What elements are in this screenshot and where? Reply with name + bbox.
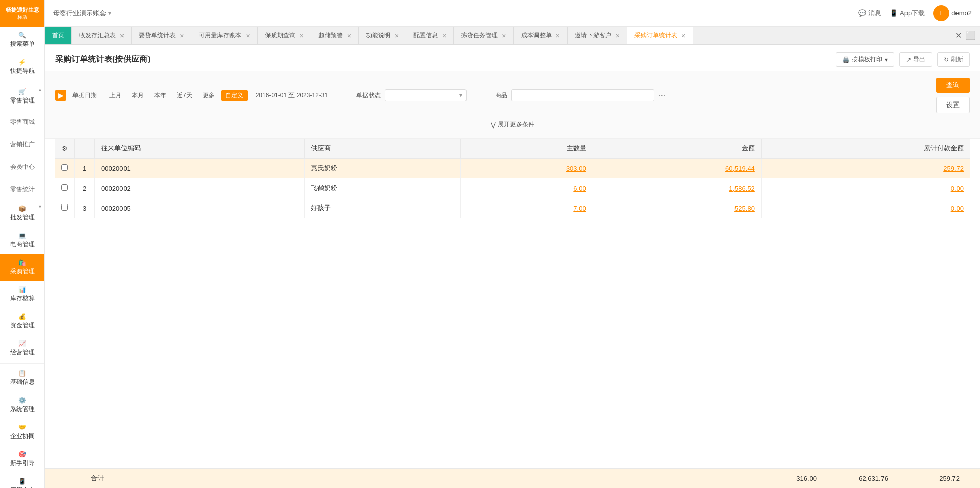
tab-inventory-ledger[interactable]: 可用量库存账本 × bbox=[191, 27, 257, 45]
sidebar-item-inventory[interactable]: 📊 库存核算 bbox=[0, 281, 44, 308]
finance-icon: 💰 bbox=[18, 313, 26, 320]
sidebar-item-system[interactable]: ⚙️ 系统管理 bbox=[0, 392, 44, 419]
table-row[interactable]: 1 00020001 惠氏奶粉 303.00 60,519.44 259.72 bbox=[55, 159, 970, 178]
row-paid[interactable]: 0.00 bbox=[761, 178, 970, 198]
sidebar-item-wholesale[interactable]: 📦 批发管理 ▼ bbox=[0, 200, 44, 227]
tab-validity-query-close[interactable]: × bbox=[300, 32, 304, 40]
sidebar-item-finance[interactable]: 💰 资金管理 bbox=[0, 308, 44, 335]
workspace-name: 母婴行业演示账套 bbox=[53, 9, 106, 18]
table-row[interactable]: 3 00020005 好孩子 7.00 525.80 0.00 bbox=[55, 198, 970, 218]
footer-qty: 316.00 bbox=[796, 475, 847, 482]
row-checkbox[interactable] bbox=[55, 178, 75, 198]
app-download-btn[interactable]: 📱 App下载 bbox=[890, 9, 925, 18]
sidebar-item-retail-stats[interactable]: 零售统计 bbox=[0, 177, 44, 200]
sidebar-item-marketing[interactable]: 营销推广 bbox=[0, 133, 44, 155]
user-avatar: E bbox=[933, 5, 949, 21]
tab-config-info[interactable]: 配置信息 × bbox=[406, 27, 454, 45]
sidebar-item-new-guide-label: 新手引导 bbox=[10, 459, 35, 468]
sidebar-item-enterprise[interactable]: 🤝 企业协同 bbox=[0, 419, 44, 446]
row-paid[interactable]: 0.00 bbox=[761, 198, 970, 218]
tab-goods-stats-label: 要货单统计表 bbox=[139, 31, 176, 40]
tab-config-info-close[interactable]: × bbox=[442, 32, 446, 40]
sidebar-item-member[interactable]: 会员中心 bbox=[0, 155, 44, 177]
tab-picking-task[interactable]: 拣货任务管理 × bbox=[454, 27, 513, 45]
status-select[interactable] bbox=[385, 89, 467, 101]
row-qty[interactable]: 6.00 bbox=[461, 178, 593, 198]
row-amount[interactable]: 525.80 bbox=[593, 198, 761, 218]
user-initial: E bbox=[939, 10, 943, 17]
tab-validity-query-label: 保质期查询 bbox=[265, 31, 296, 40]
date-custom-badge[interactable]: 自定义 bbox=[221, 90, 248, 101]
tab-overstock-alert-label: 超储预警 bbox=[318, 31, 343, 40]
tab-goods-stats[interactable]: 要货单统计表 × bbox=[132, 27, 191, 45]
row-check-input[interactable] bbox=[61, 164, 68, 171]
row-check-input[interactable] bbox=[61, 204, 68, 211]
tab-receive-summary-close[interactable]: × bbox=[120, 32, 124, 40]
workspace-dropdown-icon: ▾ bbox=[108, 10, 111, 17]
sidebar-item-retail-mall-label: 零售商城 bbox=[10, 118, 35, 126]
goods-more-icon[interactable]: ··· bbox=[658, 91, 665, 100]
tabs-bar: 首页 收发存汇总表 × 要货单统计表 × 可用量库存账本 × 保质期查询 × 超… bbox=[45, 27, 980, 45]
tab-validity-query[interactable]: 保质期查询 × bbox=[258, 27, 311, 45]
sidebar-item-search[interactable]: 🔍 搜索菜单 bbox=[0, 27, 44, 54]
date-shortcut-more[interactable]: 更多 bbox=[199, 90, 219, 101]
tab-cost-adjust-close[interactable]: × bbox=[556, 32, 560, 40]
tab-inventory-ledger-close[interactable]: × bbox=[246, 32, 250, 40]
sidebar-item-shortcut[interactable]: ⚡ 快捷导航 bbox=[0, 54, 44, 81]
row-checkbox[interactable] bbox=[55, 198, 75, 218]
settings-icon[interactable]: ⚙ bbox=[62, 145, 68, 152]
tab-purchase-stats[interactable]: 采购订单统计表 × bbox=[627, 27, 693, 45]
sidebar-item-purchase[interactable]: 🛍️ 采购管理 bbox=[0, 254, 44, 281]
wholesale-expand-icon: ▼ bbox=[38, 204, 42, 209]
tab-home[interactable]: 首页 bbox=[45, 27, 72, 45]
tab-picking-task-close[interactable]: × bbox=[502, 32, 506, 40]
row-amount[interactable]: 60,519.44 bbox=[593, 159, 761, 178]
refresh-button[interactable]: ↻ 刷新 bbox=[937, 52, 970, 67]
table-row[interactable]: 2 00020002 飞鹤奶粉 6.00 1,586.52 0.00 bbox=[55, 178, 970, 198]
row-code: 00020002 bbox=[95, 178, 305, 198]
row-qty[interactable]: 303.00 bbox=[461, 159, 593, 178]
sidebar-item-retail-mall[interactable]: 零售商城 bbox=[0, 110, 44, 133]
sidebar-item-retail[interactable]: 🛒 零售管理 ▲ bbox=[0, 83, 44, 110]
print-button[interactable]: 🖨️ 按模板打印 ▾ bbox=[836, 52, 894, 67]
th-paid: 累计付款金额 bbox=[761, 139, 970, 159]
date-shortcut-7days[interactable]: 近7天 bbox=[173, 90, 197, 101]
goods-input[interactable] bbox=[511, 89, 654, 101]
tab-close-all-btn[interactable]: ✕ bbox=[955, 31, 962, 40]
date-shortcut-this-month[interactable]: 本月 bbox=[128, 90, 148, 101]
expand-more-label: 展开更多条件 bbox=[498, 120, 534, 129]
th-code: 往来单位编码 bbox=[95, 139, 305, 159]
page-header: 采购订单统计表(按供应商) 🖨️ 按模板打印 ▾ ↗ 导出 ↻ 刷新 bbox=[45, 45, 980, 71]
row-checkbox[interactable] bbox=[55, 159, 75, 178]
row-check-input[interactable] bbox=[61, 184, 68, 191]
row-qty[interactable]: 7.00 bbox=[461, 198, 593, 218]
sidebar-item-app-center[interactable]: 📱 应用中心 bbox=[0, 473, 44, 488]
sidebar-item-ecommerce[interactable]: 💻 电商管理 bbox=[0, 227, 44, 254]
tab-goods-stats-close[interactable]: × bbox=[180, 32, 184, 40]
tab-overstock-alert-close[interactable]: × bbox=[347, 32, 351, 40]
tab-purchase-stats-close[interactable]: × bbox=[681, 32, 685, 40]
message-btn[interactable]: 💬 消息 bbox=[858, 9, 881, 18]
tab-receive-summary[interactable]: 收发存汇总表 × bbox=[72, 27, 132, 45]
tab-expand-btn[interactable]: ⬜ bbox=[966, 31, 976, 40]
tab-function-desc[interactable]: 功能说明 × bbox=[359, 27, 406, 45]
row-paid[interactable]: 259.72 bbox=[761, 159, 970, 178]
tab-invite-downstream[interactable]: 邀请下游客户 × bbox=[568, 27, 627, 45]
row-amount[interactable]: 1,586.52 bbox=[593, 178, 761, 198]
workspace-selector[interactable]: 母婴行业演示账套 ▾ bbox=[53, 9, 111, 18]
filter-toggle-btn[interactable]: ▶ bbox=[55, 90, 66, 101]
expand-more-btn[interactable]: ⋁ 展开更多条件 bbox=[491, 117, 534, 132]
tab-function-desc-close[interactable]: × bbox=[395, 32, 399, 40]
query-button[interactable]: 查询 bbox=[936, 78, 970, 93]
tab-invite-downstream-close[interactable]: × bbox=[616, 32, 620, 40]
sidebar-item-operation[interactable]: 📈 经营管理 bbox=[0, 335, 44, 362]
tab-cost-adjust[interactable]: 成本调整单 × bbox=[514, 27, 568, 45]
settings-button[interactable]: 设置 bbox=[936, 97, 970, 113]
sidebar-item-new-guide[interactable]: 🎯 新手引导 bbox=[0, 446, 44, 473]
tab-overstock-alert[interactable]: 超储预警 × bbox=[311, 27, 359, 45]
sidebar-item-basic-info[interactable]: 📋 基础信息 bbox=[0, 365, 44, 392]
export-button[interactable]: ↗ 导出 bbox=[899, 52, 932, 67]
date-shortcut-this-year[interactable]: 本年 bbox=[150, 90, 170, 101]
date-shortcut-last-month[interactable]: 上月 bbox=[105, 90, 126, 101]
user-profile[interactable]: E demo2 bbox=[933, 5, 972, 21]
